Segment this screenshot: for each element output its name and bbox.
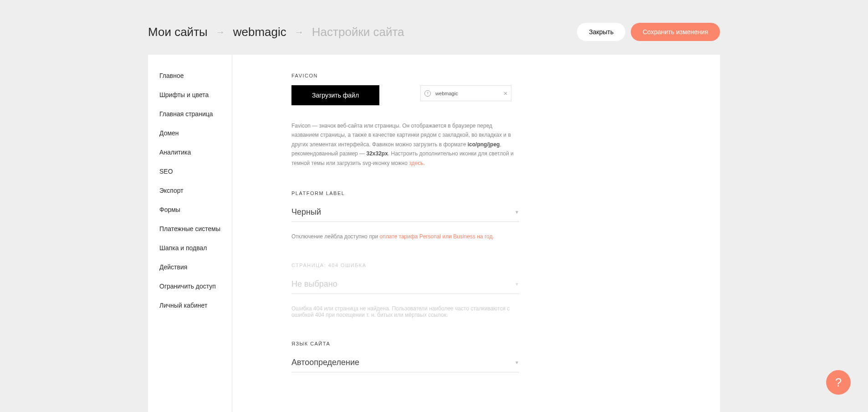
page-404-select[interactable]: Не выбрано ▼ — [291, 275, 519, 294]
sidebar-item-homepage[interactable]: Главная страница — [148, 104, 232, 124]
close-button[interactable]: Закрыть — [577, 23, 625, 41]
platform-note-text: Отключение лейбла доступно при — [291, 233, 380, 240]
arrow-icon: → — [216, 27, 225, 37]
language-select[interactable]: Автоопределение ▼ — [291, 353, 519, 372]
sidebar-item-export[interactable]: Экспорт — [148, 181, 232, 200]
platform-note-link[interactable]: оплате тарифа Personal или Business на г… — [380, 233, 494, 240]
page-404-value: Не выбрано — [291, 279, 337, 289]
sidebar: Главное Шрифты и цвета Главная страница … — [148, 55, 232, 412]
sidebar-item-fonts[interactable]: Шрифты и цвета — [148, 85, 232, 104]
favicon-section: FAVICON Загрузить файл T webmagic Favico… — [291, 73, 519, 168]
language-section: ЯЗЫК САЙТА Автоопределение ▼ — [291, 341, 519, 372]
caret-down-icon: ▼ — [515, 282, 519, 287]
sidebar-item-analytics[interactable]: Аналитика — [148, 143, 232, 162]
platform-label-section: PLATFORM LABEL Черный ▼ Отключение лейбл… — [291, 191, 519, 240]
header-actions: Закрыть Сохранить изменения — [577, 23, 720, 41]
favicon-hint-formats: ico/png/jpeg — [468, 141, 500, 148]
breadcrumb: Мои сайты → webmagic → Настройки сайта — [148, 25, 404, 39]
favicon-preview-title: webmagic — [435, 91, 458, 96]
platform-label-note: Отключение лейбла доступно при оплате та… — [291, 233, 519, 240]
platform-label-title: PLATFORM LABEL — [291, 191, 519, 196]
breadcrumb-project[interactable]: webmagic — [233, 25, 286, 39]
breadcrumb-sites[interactable]: Мои сайты — [148, 25, 208, 39]
caret-down-icon: ▼ — [515, 210, 519, 215]
favicon-hint-text: . — [423, 160, 424, 166]
main-content: FAVICON Загрузить файл T webmagic Favico… — [232, 55, 578, 412]
favicon-hint-link[interactable]: здесь — [409, 160, 423, 166]
sidebar-item-seo[interactable]: SEO — [148, 162, 232, 181]
favicon-label: FAVICON — [291, 73, 519, 78]
sidebar-item-domain[interactable]: Домен — [148, 124, 232, 143]
sidebar-item-payments[interactable]: Платежные системы — [148, 219, 232, 238]
sidebar-item-restrict[interactable]: Ограничить доступ — [148, 277, 232, 296]
page-404-title: СТРАНИЦА: 404 ОШИБКА — [291, 263, 519, 268]
platform-label-select[interactable]: Черный ▼ — [291, 203, 519, 222]
sidebar-item-forms[interactable]: Формы — [148, 200, 232, 219]
help-button[interactable]: ? — [826, 370, 851, 395]
language-value: Автоопределение — [291, 358, 359, 367]
breadcrumb-settings: Настройки сайта — [312, 25, 404, 39]
caret-down-icon: ▼ — [515, 360, 519, 365]
favicon-upload-row: Загрузить файл T webmagic — [291, 85, 519, 105]
sidebar-item-main[interactable]: Главное — [148, 66, 232, 85]
settings-panel: Главное Шрифты и цвета Главная страница … — [148, 55, 720, 412]
favicon-hint: Favicon — значок веб-сайта или страницы.… — [291, 121, 519, 168]
sidebar-item-headerfooter[interactable]: Шапка и подвал — [148, 238, 232, 258]
platform-label-value: Черный — [291, 207, 321, 217]
sidebar-item-actions[interactable]: Действия — [148, 258, 232, 277]
favicon-preview-icon: T — [424, 90, 431, 97]
header: Мои сайты → webmagic → Настройки сайта З… — [148, 18, 720, 55]
favicon-hint-size: 32x32px — [366, 150, 388, 157]
save-button[interactable]: Сохранить изменения — [631, 23, 720, 41]
upload-favicon-button[interactable]: Загрузить файл — [291, 85, 379, 105]
page-404-section: СТРАНИЦА: 404 ОШИБКА Не выбрано ▼ Ошибка… — [291, 263, 519, 318]
favicon-preview-tab: T webmagic — [420, 85, 511, 101]
language-title: ЯЗЫК САЙТА — [291, 341, 519, 346]
arrow-icon: → — [295, 27, 304, 37]
sidebar-item-account[interactable]: Личный кабинет — [148, 296, 232, 315]
page-404-note: Ошибка 404 или страница не найдена. Поль… — [291, 305, 519, 318]
